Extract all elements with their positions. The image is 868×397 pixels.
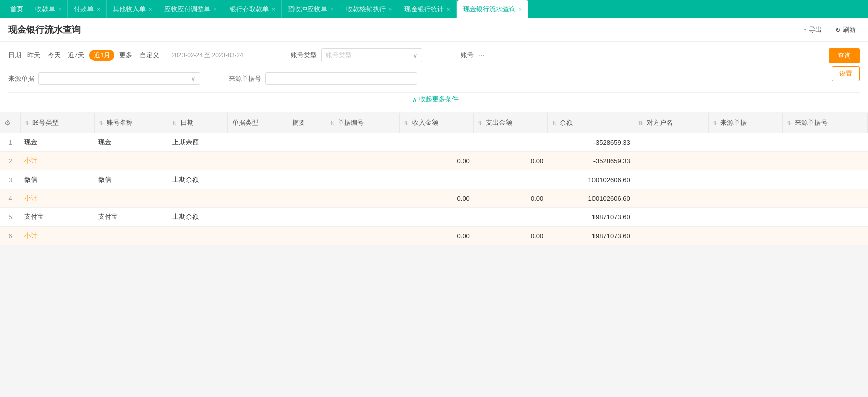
- page-header: 现金银行流水查询 ↑ 导出 ↻ 刷新: [0, 18, 868, 42]
- filter-row-1: 日期 昨天 今天 近7天 近1月 更多 自定义 2023-02-24 至 202…: [8, 48, 820, 62]
- nav-tab-yushouzhong[interactable]: 预收冲应收单 ×: [282, 0, 340, 18]
- cell-income: [399, 170, 473, 189]
- cell-account-type: 支付宝: [20, 208, 94, 227]
- cell-account-type: 现金: [20, 133, 94, 152]
- col-counterpart[interactable]: ⇅ 对方户名: [634, 113, 708, 133]
- close-icon[interactable]: ×: [330, 6, 333, 12]
- date-yesterday[interactable]: 昨天: [25, 50, 42, 61]
- cell-expense: [474, 133, 547, 152]
- cell-doc-type: [227, 208, 288, 227]
- cell-account-name: [94, 189, 168, 208]
- row-number: 6: [0, 227, 20, 245]
- collapse-up-icon: ∧: [412, 96, 417, 103]
- nav-tab-shoukuandan[interactable]: 收款单 ×: [29, 0, 68, 18]
- col-income[interactable]: ⇅ 收入金额: [399, 113, 473, 133]
- close-icon[interactable]: ×: [272, 6, 275, 12]
- close-icon[interactable]: ×: [58, 6, 61, 12]
- date-7days[interactable]: 近7天: [66, 50, 86, 61]
- nav-tab-xianjinyinhang[interactable]: 现金银行统计 ×: [398, 0, 456, 18]
- close-icon[interactable]: ×: [519, 6, 522, 12]
- table-row[interactable]: 6小计0.000.0019871073.60: [0, 227, 868, 245]
- row-number: 2: [0, 152, 20, 170]
- refresh-button[interactable]: ↻ 刷新: [831, 23, 860, 36]
- cell-summary: [288, 170, 326, 189]
- account-dots[interactable]: ···: [478, 51, 484, 60]
- row-number: 4: [0, 189, 20, 208]
- cell-date: 上期余额: [168, 208, 228, 227]
- settings-button[interactable]: 设置: [832, 66, 860, 81]
- account-filter-group: 账号 ···: [461, 51, 484, 60]
- col-account-type[interactable]: ⇅ 账号类型: [20, 113, 94, 133]
- sort-icon-income: ⇅: [404, 120, 408, 126]
- header-actions: ↑ 导出 ↻ 刷新: [800, 23, 860, 36]
- close-icon[interactable]: ×: [149, 6, 152, 12]
- top-nav: 首页 收款单 × 付款单 × 其他收入单 × 应收应付调整单 × 银行存取款单 …: [0, 0, 868, 18]
- col-settings[interactable]: ⚙: [0, 113, 20, 133]
- col-doc-no[interactable]: ⇅ 单据编号: [326, 113, 399, 133]
- cell-account-name: [94, 152, 168, 170]
- export-button[interactable]: ↑ 导出: [800, 23, 827, 36]
- table-row[interactable]: 4小计0.000.00100102606.60: [0, 189, 868, 208]
- close-icon[interactable]: ×: [447, 6, 450, 12]
- col-expense[interactable]: ⇅ 支出金额: [474, 113, 547, 133]
- date-more[interactable]: 更多: [117, 50, 134, 61]
- date-1month[interactable]: 近1月: [89, 50, 114, 61]
- cell-doc-no: [326, 170, 399, 189]
- cell-income: [399, 208, 473, 227]
- source-doc-no-input[interactable]: [265, 72, 417, 85]
- source-doc-select[interactable]: ∨: [38, 72, 200, 85]
- cell-income: 0.00: [399, 227, 473, 245]
- sort-icon-account-name: ⇅: [99, 120, 103, 126]
- cell-balance: -3528659.33: [547, 152, 634, 170]
- nav-tab-yingshouyingfu[interactable]: 应收应付调整单 ×: [158, 0, 223, 18]
- date-custom[interactable]: 自定义: [138, 50, 161, 61]
- close-icon[interactable]: ×: [97, 6, 100, 12]
- cell-expense: [474, 170, 547, 189]
- cell-date: 上期余额: [168, 133, 228, 152]
- account-type-select[interactable]: 账号类型 ∨: [321, 48, 422, 62]
- cell-account-name: 支付宝: [94, 208, 168, 227]
- nav-tab-yinhangcunqu[interactable]: 银行存取款单 ×: [223, 0, 282, 18]
- table-row[interactable]: 1现金现金上期余额-3528659.33: [0, 133, 868, 152]
- nav-home[interactable]: 首页: [4, 0, 29, 18]
- col-source-doc[interactable]: ⇅ 来源单据: [708, 113, 782, 133]
- cell-date: [168, 189, 228, 208]
- nav-tab-shoukuanhexiao[interactable]: 收款核销执行 ×: [340, 0, 398, 18]
- sort-icon-balance: ⇅: [552, 120, 556, 126]
- cell-source-doc: [708, 208, 782, 227]
- row-number: 5: [0, 208, 20, 227]
- table-row[interactable]: 2小计0.000.00-3528659.33: [0, 152, 868, 170]
- export-icon: ↑: [804, 26, 807, 34]
- query-button[interactable]: 查询: [829, 48, 860, 63]
- sort-icon-date: ⇅: [172, 120, 176, 126]
- cell-doc-no: [326, 189, 399, 208]
- cell-doc-type: [227, 152, 288, 170]
- nav-tab-fukuandan[interactable]: 付款单 ×: [68, 0, 106, 18]
- source-doc-label: 来源单据: [8, 74, 34, 83]
- cell-doc-type: [227, 227, 288, 245]
- date-filter-group: 日期 昨天 今天 近7天 近1月 更多 自定义: [8, 50, 161, 61]
- cell-counterpart: [634, 208, 708, 227]
- table-row[interactable]: 3微信微信上期余额100102606.60: [0, 170, 868, 189]
- nav-tab-qitashouru[interactable]: 其他收入单 ×: [107, 0, 158, 18]
- cell-source-doc: [708, 170, 782, 189]
- col-account-name[interactable]: ⇅ 账号名称: [94, 113, 168, 133]
- cell-source-doc-no: [783, 152, 868, 170]
- table-row[interactable]: 5支付宝支付宝上期余额19871073.60: [0, 208, 868, 227]
- date-shortcuts: 昨天 今天 近7天 近1月 更多 自定义: [25, 50, 161, 61]
- cell-doc-no: [326, 133, 399, 152]
- nav-tab-liushui[interactable]: 现金银行流水查询 ×: [457, 0, 528, 18]
- date-today[interactable]: 今天: [45, 50, 63, 61]
- cell-doc-type: [227, 170, 288, 189]
- cell-income: [399, 133, 473, 152]
- col-balance[interactable]: ⇅ 余额: [547, 113, 634, 133]
- col-source-doc-no[interactable]: ⇅ 来源单据号: [783, 113, 868, 133]
- collapse-bar[interactable]: ∧ 收起更多条件: [8, 92, 860, 106]
- cell-expense: 0.00: [474, 189, 547, 208]
- gear-icon[interactable]: ⚙: [4, 119, 11, 127]
- close-icon[interactable]: ×: [389, 6, 392, 12]
- close-icon[interactable]: ×: [213, 6, 216, 12]
- col-date[interactable]: ⇅ 日期: [168, 113, 228, 133]
- chevron-down-icon-2: ∨: [191, 75, 196, 82]
- cell-source-doc: [708, 133, 782, 152]
